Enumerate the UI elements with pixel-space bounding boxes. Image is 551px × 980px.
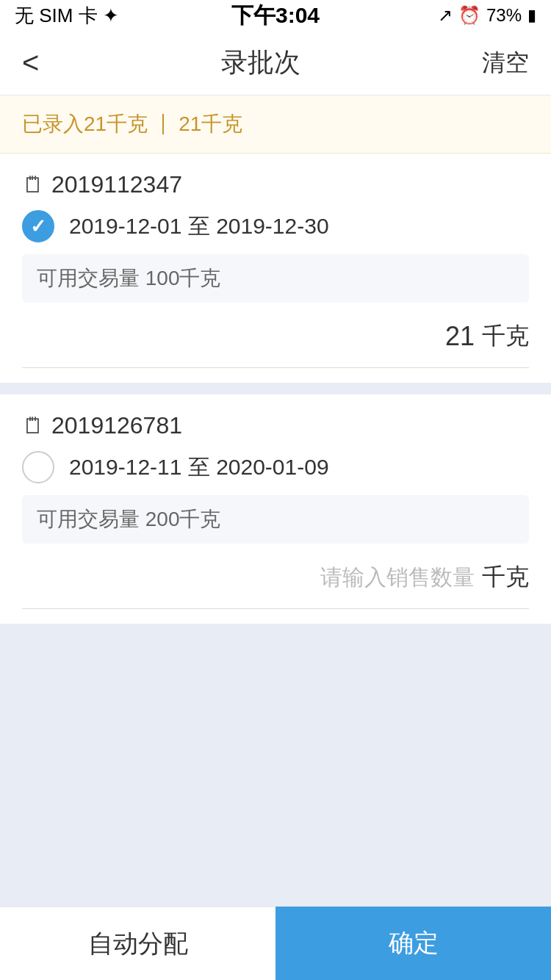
batch-availability-2: 可用交易量 200千克 <box>22 495 529 544</box>
batch-unit-2: 千克 <box>482 561 529 594</box>
summary-divider <box>162 114 164 134</box>
batch-date-row-2: 2019-12-11 至 2020-01-09 <box>0 447 551 491</box>
batch-card-2: 🗒 2019126781 2019-12-11 至 2020-01-09 可用交… <box>0 394 551 624</box>
status-time: 下午3:04 <box>231 1 320 31</box>
batch-date-1: 2019-12-01 至 2019-12-30 <box>69 212 329 242</box>
batch-bottom-spacer-1 <box>0 368 551 383</box>
recorded-summary: 已录入21千克 <box>22 110 148 138</box>
batch-checkbox-2[interactable] <box>22 451 54 483</box>
batch-date-2: 2019-12-11 至 2020-01-09 <box>69 453 329 483</box>
batch-date-row-1: 2019-12-01 至 2019-12-30 <box>0 206 551 250</box>
batch-doc-icon-1: 🗒 <box>22 173 44 198</box>
batch-header-1: 🗒 2019112347 <box>0 154 551 206</box>
batch-amount-row-1: 千克 <box>0 310 551 367</box>
batch-card-1: 🗒 2019112347 2019-12-01 至 2019-12-30 可用交… <box>0 154 551 383</box>
clear-button[interactable]: 清空 <box>482 47 529 79</box>
back-button[interactable]: < <box>22 46 39 79</box>
batch-amount-input-1[interactable] <box>386 321 475 352</box>
batch-availability-text-2: 可用交易量 200千克 <box>37 508 221 530</box>
alarm-icon: ⏰ <box>458 5 480 26</box>
auto-distribute-button[interactable]: 自动分配 <box>0 907 276 980</box>
summary-value: 21千克 <box>179 110 242 138</box>
batch-number-2: 2019126781 <box>51 412 182 439</box>
battery-label: 73% <box>486 5 522 26</box>
battery-icon: ▮ <box>527 6 536 25</box>
location-icon: ↗ <box>438 5 453 26</box>
nav-bar: < 录批次 清空 <box>0 31 551 96</box>
batch-doc-icon-2: 🗒 <box>22 414 44 439</box>
batch-amount-placeholder-2: 请输入销售数量 <box>22 563 475 593</box>
batch-amount-row-2: 请输入销售数量 千克 <box>0 551 551 608</box>
page-title: 录批次 <box>221 45 300 81</box>
status-left: 无 SIM 卡 ✦ <box>15 3 119 29</box>
batch-unit-1: 千克 <box>482 320 529 353</box>
status-bar: 无 SIM 卡 ✦ 下午3:04 ↗ ⏰ 73% ▮ <box>0 0 551 31</box>
batch-bottom-spacer-2 <box>0 609 551 624</box>
status-right: ↗ ⏰ 73% ▮ <box>438 5 536 26</box>
batch-availability-1: 可用交易量 100千克 <box>22 254 529 303</box>
batch-checkbox-1[interactable] <box>22 210 54 242</box>
batch-number-1: 2019112347 <box>51 171 182 198</box>
bottom-bar: 自动分配 确定 <box>0 907 551 980</box>
batch-availability-text-1: 可用交易量 100千克 <box>37 267 221 289</box>
summary-bar: 已录入21千克 21千克 <box>0 96 551 154</box>
sim-label: 无 SIM 卡 ✦ <box>15 3 119 29</box>
batch-separator <box>0 383 551 394</box>
batch-header-2: 🗒 2019126781 <box>0 394 551 447</box>
main-content: 🗒 2019112347 2019-12-01 至 2019-12-30 可用交… <box>0 154 551 965</box>
confirm-button[interactable]: 确定 <box>276 907 551 980</box>
